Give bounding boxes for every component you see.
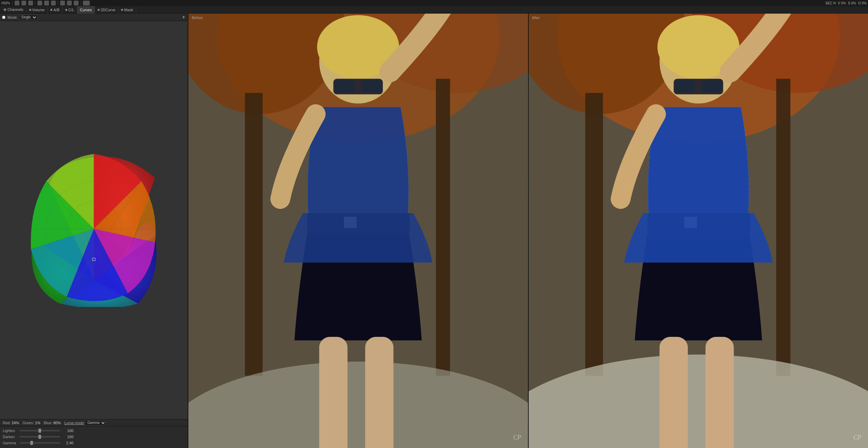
luma-mode-select[interactable]: Gamma Linear Log: [85, 420, 106, 426]
before-panel: Before: [188, 14, 529, 448]
lighten-label: Lighten: [3, 429, 18, 433]
toolbar-icon-1[interactable]: [15, 1, 19, 5]
blue-value: 80%: [53, 421, 61, 425]
sliders-area: Lighten 100 Darken 100 Gamma 2.40: [0, 426, 188, 448]
darken-row: Darken 100: [3, 434, 185, 440]
gamma-thumb[interactable]: [30, 441, 33, 445]
tab-cl[interactable]: C/L: [63, 6, 77, 14]
before-photo: [188, 14, 528, 448]
before-watermark: CP: [513, 434, 521, 441]
tab-curves[interactable]: Curves: [77, 6, 95, 14]
red-value: 24%: [12, 421, 19, 425]
tab-2dcurve-label: 2DCurve: [101, 8, 115, 12]
mode-select[interactable]: Single Multi: [19, 15, 37, 20]
toolbar-icon-10[interactable]: [83, 1, 90, 5]
tab-curves-label: Curves: [80, 8, 92, 12]
tab-mask-label: Mask: [124, 8, 133, 12]
tab-2dcurve[interactable]: 2DCurve: [95, 6, 118, 14]
before-label: Before: [192, 16, 203, 20]
toolbar-sep-2: [35, 1, 35, 5]
mode-label: Mode: [7, 15, 17, 19]
red-info: Red: 24%: [3, 421, 19, 425]
toolbar-right-v: V 0%: [838, 1, 846, 5]
toolbar-right-sec: SEC H: [826, 1, 836, 5]
after-panel: After: [529, 14, 868, 448]
darken-track[interactable]: [19, 436, 60, 437]
main-content: Mode Single Multi ▼: [0, 14, 868, 448]
svg-rect-29: [335, 80, 355, 92]
darken-label: Darken: [3, 435, 18, 439]
green-info: Green: 1%: [22, 421, 40, 425]
lighten-thumb[interactable]: [38, 429, 41, 433]
svg-rect-20: [436, 79, 450, 376]
toolbar-sep-4: [81, 1, 81, 5]
tab-volume-dot: [29, 9, 31, 11]
tab-ab-label: A/B: [53, 8, 59, 12]
toolbar-icon-4[interactable]: [37, 1, 42, 5]
gamma-value: 2.40: [62, 441, 73, 445]
tab-channels[interactable]: ⊕ Channels: [1, 6, 27, 14]
svg-rect-26: [319, 337, 347, 448]
lighten-row: Lighten 100: [3, 428, 185, 434]
vectorscope-area[interactable]: [0, 21, 188, 419]
tab-volume[interactable]: Volume: [27, 6, 48, 14]
tab-mask-dot: [121, 9, 123, 11]
after-label: After: [532, 16, 540, 20]
toolbar-icon-7[interactable]: [60, 1, 65, 5]
svg-rect-35: [585, 93, 603, 376]
blue-label: Blue:: [44, 421, 52, 425]
tab-2dcurve-dot: [98, 9, 100, 11]
luma-label: Luma mode: [64, 421, 84, 425]
tab-cl-label: C/L: [68, 8, 74, 12]
svg-rect-19: [245, 93, 262, 376]
toolbar-icon-5[interactable]: [44, 1, 49, 5]
gamma-track[interactable]: [19, 442, 60, 444]
vectorscope-svg: [9, 134, 179, 307]
svg-rect-45: [675, 80, 695, 92]
toolbar-right-o: O 0%: [858, 1, 867, 5]
tab-volume-label: Volume: [32, 8, 45, 12]
toolbar-icon-3[interactable]: [28, 1, 33, 5]
svg-rect-46: [702, 80, 721, 92]
luma-info: Luma mode Gamma Linear Log: [64, 420, 106, 426]
lighten-value: 100: [62, 429, 73, 433]
red-label: Red:: [3, 421, 11, 425]
toolbar-icon-6[interactable]: [51, 1, 56, 5]
after-photo: [529, 14, 868, 448]
toolbar-sep-3: [58, 1, 58, 5]
green-label: Green:: [22, 421, 34, 425]
tab-cl-dot: [65, 9, 67, 11]
darken-thumb[interactable]: [38, 435, 41, 439]
toolbar-sep-1: [12, 1, 13, 5]
mode-bar: Mode Single Multi ▼: [0, 14, 188, 21]
lighten-track[interactable]: [19, 430, 60, 431]
svg-rect-42: [659, 337, 687, 448]
toolbar-icon-2[interactable]: [21, 1, 26, 5]
svg-rect-27: [365, 337, 393, 448]
tab-ab[interactable]: A/B: [48, 6, 63, 14]
green-value: 1%: [35, 421, 40, 425]
gamma-label: Gamma: [3, 441, 18, 445]
tab-ab-dot: [50, 9, 52, 11]
right-area: Before: [188, 14, 868, 448]
nav-tabs-bar: ⊕ Channels Volume A/B C/L Curves 2DCurve…: [0, 6, 868, 14]
svg-rect-43: [705, 337, 734, 448]
tab-channels-label: ⊕ Channels: [3, 7, 23, 12]
toolbar-right-s: S 0%: [848, 1, 856, 5]
tab-mask[interactable]: Mask: [118, 6, 136, 14]
svg-rect-30: [362, 80, 381, 92]
toolbar-hsp-label: HSPs: [1, 1, 10, 5]
vectorscope-container: [9, 134, 179, 307]
blue-info: Blue: 80%: [44, 421, 61, 425]
after-watermark: CP: [853, 434, 861, 441]
toolbar-icon-9[interactable]: [74, 1, 79, 5]
toolbar: HSPs SEC H V 0% S 0% O 0%: [0, 0, 868, 6]
expand-arrow[interactable]: ▼: [182, 15, 186, 20]
gamma-row: Gamma 2.40: [3, 440, 185, 446]
toolbar-icon-8[interactable]: [67, 1, 72, 5]
svg-rect-36: [776, 79, 790, 376]
mode-radio[interactable]: [2, 16, 5, 19]
left-panel: Mode Single Multi ▼: [0, 14, 188, 448]
darken-value: 100: [62, 435, 73, 439]
info-bar: Red: 24% Green: 1% Blue: 80% Luma mode G…: [0, 419, 188, 426]
